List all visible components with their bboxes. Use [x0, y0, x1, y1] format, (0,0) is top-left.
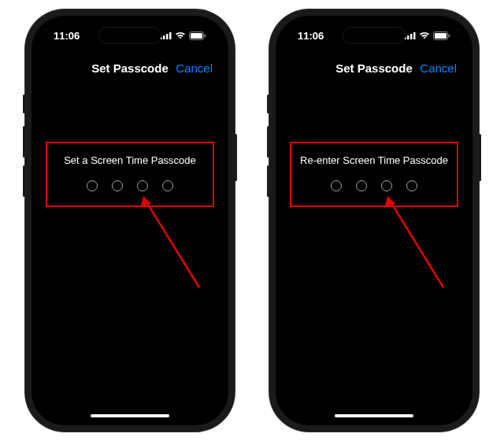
- passcode-dots[interactable]: [295, 180, 454, 191]
- dynamic-island: [98, 27, 161, 44]
- svg-rect-2: [166, 34, 169, 39]
- cancel-button[interactable]: Cancel: [420, 61, 457, 75]
- svg-rect-5: [191, 33, 202, 39]
- svg-line-7: [143, 197, 199, 287]
- nav-bar: Set Passcode Cancel: [276, 54, 472, 82]
- passcode-dot: [87, 180, 98, 191]
- svg-rect-10: [407, 35, 410, 39]
- volume-down-button: [267, 165, 269, 197]
- silence-switch: [267, 94, 269, 113]
- cancel-button[interactable]: Cancel: [176, 61, 213, 75]
- nav-bar: Set Passcode Cancel: [32, 54, 228, 82]
- iphone-mockup-left: 11:06 Set Passcode Cancel Set a Screen T…: [32, 16, 228, 425]
- passcode-dot: [406, 180, 417, 191]
- svg-rect-6: [205, 34, 206, 37]
- battery-icon: [433, 32, 450, 40]
- svg-rect-1: [163, 35, 165, 39]
- wifi-icon: [175, 32, 186, 39]
- silence-switch: [23, 94, 25, 113]
- passcode-dot: [356, 180, 367, 191]
- passcode-panel: Re-enter Screen Time Passcode: [290, 142, 458, 207]
- home-indicator[interactable]: [91, 414, 169, 417]
- power-button: [235, 134, 237, 181]
- iphone-mockup-right: 11:06 Set Passcode Cancel Re-enter Scree…: [276, 16, 472, 425]
- battery-icon: [189, 32, 206, 40]
- status-indicators: [160, 32, 206, 40]
- wifi-icon: [419, 32, 430, 39]
- status-time: 11:06: [298, 30, 324, 42]
- dynamic-island: [343, 27, 406, 44]
- passcode-dots[interactable]: [50, 180, 209, 191]
- passcode-dot: [137, 180, 148, 191]
- annotation-highlight-box: Re-enter Screen Time Passcode: [290, 142, 458, 207]
- passcode-panel: Set a Screen Time Passcode: [46, 142, 214, 207]
- svg-rect-3: [169, 32, 172, 39]
- passcode-prompt: Re-enter Screen Time Passcode: [295, 154, 454, 166]
- volume-up-button: [23, 126, 25, 158]
- status-time: 11:06: [54, 30, 80, 42]
- svg-line-16: [387, 197, 443, 287]
- cellular-signal-icon: [404, 32, 416, 39]
- passcode-dot: [112, 180, 123, 191]
- passcode-dot: [331, 180, 342, 191]
- volume-down-button: [23, 165, 25, 197]
- svg-rect-15: [449, 34, 450, 37]
- svg-rect-11: [410, 34, 413, 39]
- volume-up-button: [267, 126, 269, 158]
- nav-title: Set Passcode: [91, 61, 169, 75]
- nav-title: Set Passcode: [335, 61, 413, 75]
- status-indicators: [404, 32, 450, 40]
- passcode-dot: [381, 180, 392, 191]
- passcode-prompt: Set a Screen Time Passcode: [50, 154, 209, 166]
- home-indicator[interactable]: [335, 414, 413, 417]
- passcode-dot: [162, 180, 173, 191]
- svg-rect-12: [413, 32, 416, 39]
- annotation-highlight-box: Set a Screen Time Passcode: [46, 142, 214, 207]
- power-button: [479, 134, 481, 181]
- svg-rect-14: [435, 33, 447, 39]
- cellular-signal-icon: [160, 32, 172, 39]
